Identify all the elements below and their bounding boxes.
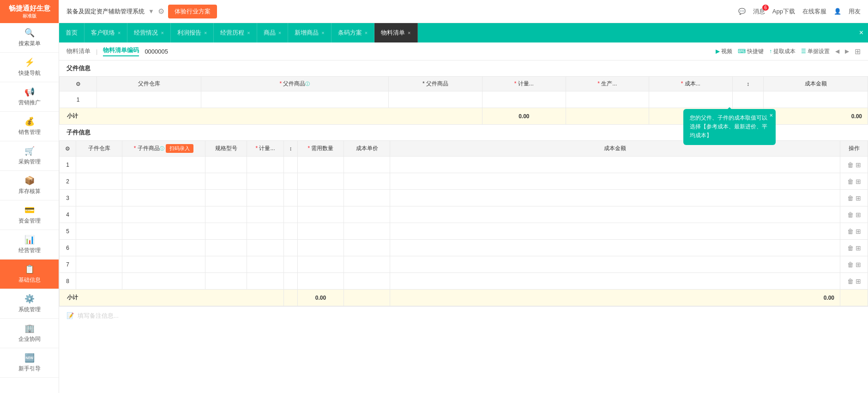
child-spec-cell[interactable] [205,240,247,256]
child-warehouse-cell[interactable] [76,223,122,240]
delete-row-button[interactable]: 🗑 [847,261,854,268]
exp-industry-button[interactable]: 体验行业方案 [168,5,217,18]
tab-bom[interactable]: 物料清单 × [374,23,417,42]
copy-row-button[interactable]: ⊞ [856,194,861,202]
child-goods-cell[interactable] [122,173,205,190]
extract-cost-button[interactable]: ↑ 提取成本 [769,48,796,55]
delete-row-button[interactable]: 🗑 [847,244,854,252]
parent-col-gear[interactable]: ⚙ [60,77,97,91]
child-goods-cell[interactable] [122,256,205,273]
copy-row-button[interactable]: ⊞ [856,278,861,285]
child-spec-cell[interactable] [205,273,247,290]
child-spec-cell[interactable] [205,256,247,273]
nav-next-button[interactable]: ▶ [845,48,849,54]
child-unit-price-cell[interactable] [344,173,390,190]
child-unit-price-cell[interactable] [344,190,390,206]
parent-warehouse-cell[interactable] [97,91,201,108]
delete-row-button[interactable]: 🗑 [847,178,854,185]
sidebar-item-quick-nav[interactable]: ⚡ 快捷导航 [0,53,59,82]
message-button[interactable]: 💬 6 消息 [738,7,765,16]
child-unit-cell[interactable] [247,190,284,206]
child-unit-price-cell[interactable] [344,157,390,173]
delete-row-button[interactable]: 🗑 [847,278,854,285]
parent-spec-cell[interactable] [389,91,482,108]
parent-goods-cell[interactable] [201,91,388,108]
single-settings-button[interactable]: ☰ 单据设置 [801,48,830,55]
child-unit-price-cell[interactable] [344,256,390,273]
tab-profit-close[interactable]: × [204,30,207,36]
close-all-tabs-button[interactable]: × [855,29,868,37]
child-goods-cell[interactable] [122,240,205,256]
tab-barcode-close[interactable]: × [365,30,368,36]
sidebar-item-search[interactable]: 🔍 搜索菜单 [0,23,59,53]
child-goods-cell[interactable] [122,190,205,206]
tab-history-close[interactable]: × [247,30,250,36]
parent-prod-cell[interactable] [566,91,649,108]
child-goods-cell[interactable] [122,206,205,223]
scan-input-button[interactable]: 扫码录入 [166,144,193,153]
delete-row-button[interactable]: 🗑 [847,161,854,169]
copy-row-button[interactable]: ⊞ [856,244,861,252]
copy-row-button[interactable]: ⊞ [856,178,861,185]
child-spec-cell[interactable] [205,173,247,190]
sidebar-item-guide[interactable]: 🆕 新手引导 [0,348,59,378]
gear-settings-icon[interactable]: ⚙ [158,7,164,16]
child-col-gear[interactable]: ⚙ [60,141,76,157]
tab-operations[interactable]: 经营情况 × [127,23,170,42]
tab-home[interactable]: 首页 [59,23,84,42]
tab-customer[interactable]: 客户联络 × [84,23,127,42]
child-goods-cell[interactable] [122,223,205,240]
child-unit-cell[interactable] [247,256,284,273]
sidebar-item-finance[interactable]: 💳 资金管理 [0,200,59,230]
child-warehouse-cell[interactable] [76,206,122,223]
delete-row-button[interactable]: 🗑 [847,228,854,235]
sidebar-item-operations[interactable]: 📊 经营管理 [0,230,59,260]
child-warehouse-cell[interactable] [76,157,122,173]
sidebar-item-enterprise[interactable]: 🏢 企业协同 [0,319,59,348]
tab-goods[interactable]: 商品 × [257,23,288,42]
tab-new-goods[interactable]: 新增商品 × [288,23,331,42]
tab-goods-close[interactable]: × [278,30,281,36]
child-warehouse-cell[interactable] [76,190,122,206]
tooltip-close-button[interactable]: × [769,111,773,121]
sidebar-item-purchase[interactable]: 🛒 采购管理 [0,141,59,171]
tab-barcode[interactable]: 条码方案 × [332,23,374,42]
child-unit-price-cell[interactable] [344,273,390,290]
child-spec-cell[interactable] [205,157,247,173]
child-unit-price-cell[interactable] [344,206,390,223]
child-unit-cell[interactable] [247,206,284,223]
view-video-button[interactable]: ▶ 视频 [716,48,732,55]
online-service-button[interactable]: 在线客服 [802,7,826,16]
breadcrumb-bom-list[interactable]: 物料清单 [66,47,90,55]
tab-history[interactable]: 经营历程 × [214,23,257,42]
child-qty-cell[interactable] [298,273,344,290]
copy-row-button[interactable]: ⊞ [856,261,861,268]
child-warehouse-cell[interactable] [76,256,122,273]
delete-row-button[interactable]: 🗑 [847,211,854,218]
tab-profit[interactable]: 利润报告 × [171,23,214,42]
child-goods-cell[interactable] [122,157,205,173]
child-unit-price-cell[interactable] [344,223,390,240]
child-warehouse-cell[interactable] [76,240,122,256]
child-spec-cell[interactable] [205,190,247,206]
parent-unit-cell[interactable] [482,91,566,108]
parent-cost-cell[interactable] [649,91,733,108]
tab-customer-close[interactable]: × [118,30,121,36]
child-unit-price-cell[interactable] [344,240,390,256]
sidebar-item-sales[interactable]: 💰 销售管理 [0,112,59,141]
child-qty-cell[interactable] [298,223,344,240]
tab-operations-close[interactable]: × [161,30,163,36]
sidebar-item-inventory[interactable]: 📦 库存核算 [0,171,59,200]
child-spec-cell[interactable] [205,223,247,240]
child-qty-cell[interactable] [298,157,344,173]
delete-row-button[interactable]: 🗑 [847,194,854,202]
child-unit-cell[interactable] [247,223,284,240]
child-qty-cell[interactable] [298,256,344,273]
sidebar-item-system[interactable]: ⚙️ 系统管理 [0,289,59,319]
expand-icon[interactable]: ⊞ [855,47,861,56]
child-warehouse-cell[interactable] [76,273,122,290]
nav-prev-button[interactable]: ◀ [835,48,839,54]
child-goods-cell[interactable] [122,273,205,290]
child-qty-cell[interactable] [298,173,344,190]
tab-bom-close[interactable]: × [408,30,410,36]
